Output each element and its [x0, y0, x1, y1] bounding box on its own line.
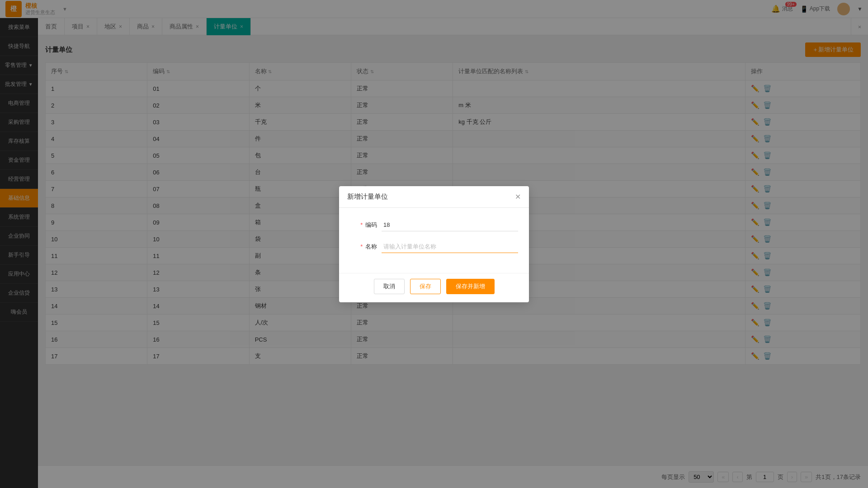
- save-and-new-button[interactable]: 保存并新增: [446, 279, 495, 294]
- modal-title: 新增计量单位: [347, 192, 388, 201]
- name-label: * 名称: [350, 243, 377, 251]
- modal-close-btn[interactable]: ✕: [515, 192, 521, 201]
- modal-header: 新增计量单位 ✕: [339, 186, 529, 208]
- code-label: * 编码: [350, 221, 377, 229]
- name-required-mark: *: [360, 243, 363, 250]
- modal-overlay[interactable]: 新增计量单位 ✕ * 编码 * 名称 取消 保存 保存并新增: [0, 0, 868, 488]
- code-required-mark: *: [360, 221, 363, 228]
- name-input[interactable]: [382, 240, 518, 253]
- cancel-button[interactable]: 取消: [374, 279, 405, 294]
- name-form-row: * 名称: [350, 240, 518, 253]
- save-button[interactable]: 保存: [410, 279, 441, 294]
- code-form-row: * 编码: [350, 219, 518, 231]
- code-input[interactable]: [382, 219, 518, 231]
- modal-footer: 取消 保存 保存并新增: [339, 273, 529, 302]
- modal-body: * 编码 * 名称: [339, 208, 529, 269]
- add-unit-modal: 新增计量单位 ✕ * 编码 * 名称 取消 保存 保存并新增: [339, 186, 529, 302]
